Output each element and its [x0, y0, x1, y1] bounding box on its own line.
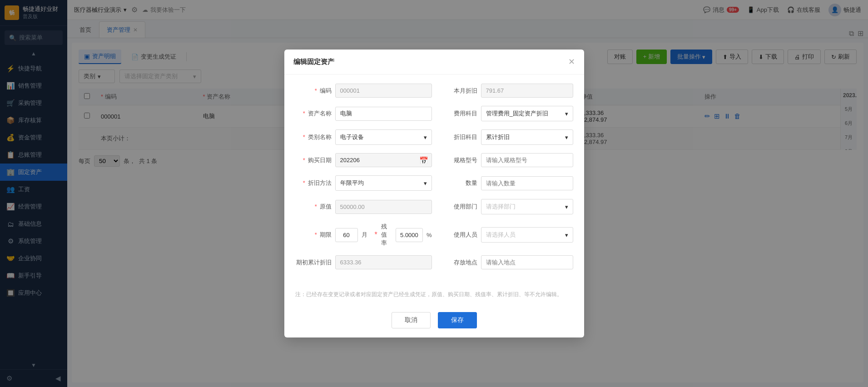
- spec-label: 规格型号: [436, 156, 477, 164]
- dep-subject-select[interactable]: 累计折旧 ▾: [481, 129, 573, 145]
- form-row-purchase-date: * 购买日期 📅 规格型号: [295, 153, 573, 167]
- form-row-code: * 编码 本月折旧: [295, 84, 573, 98]
- chevron-down-icon: ▾: [424, 180, 427, 187]
- expense-subject-select[interactable]: 管理费用_固定资产折旧 ▾: [481, 106, 573, 121]
- code-input[interactable]: [335, 84, 432, 98]
- dialog-body: * 编码 本月折旧 * 资产名称: [284, 74, 584, 287]
- chevron-down-icon: ▾: [424, 134, 427, 141]
- purchase-date-input[interactable]: [335, 153, 432, 167]
- original-value-label: 原值: [320, 203, 332, 210]
- form-row-dep-method: * 折旧方法 年限平均 ▾ 数量: [295, 175, 573, 191]
- edit-asset-dialog: 编辑固定资产 ✕ * 编码 本月折旧: [284, 50, 584, 337]
- initial-accumulated-label: 期初累计折旧: [296, 259, 332, 266]
- dialog-close-button[interactable]: ✕: [568, 57, 575, 67]
- category-select[interactable]: 电子设备 ▾: [335, 129, 432, 145]
- chevron-down-icon: ▾: [565, 134, 568, 141]
- quantity-label: 数量: [436, 179, 477, 187]
- chevron-down-icon: ▾: [565, 203, 568, 210]
- form-row-name: * 资产名称 费用科目 管理费用_固定资产折旧 ▾: [295, 106, 573, 121]
- original-value-input[interactable]: [335, 200, 432, 214]
- expense-subject-label: 费用科目: [436, 109, 477, 118]
- period-input[interactable]: [335, 228, 358, 242]
- dep-method-label: 折旧方法: [308, 179, 332, 186]
- monthly-dep-label: 本月折旧: [436, 87, 477, 95]
- cancel-button[interactable]: 取消: [392, 312, 431, 328]
- location-label: 存放地点: [436, 258, 477, 267]
- dialog-title: 编辑固定资产: [293, 58, 334, 66]
- chevron-down-icon: ▾: [565, 110, 568, 117]
- form-row-category: * 类别名称 电子设备 ▾ 折旧科目 累计折旧 ▾: [295, 129, 573, 145]
- dialog-overlay: 编辑固定资产 ✕ * 编码 本月折旧: [0, 0, 868, 387]
- residual-rate-label: 残值率: [381, 223, 392, 247]
- chevron-down-icon: ▾: [565, 232, 568, 238]
- dialog-footer: 取消 保存: [284, 307, 584, 337]
- calendar-icon[interactable]: 📅: [419, 156, 428, 164]
- department-label: 使用部门: [436, 203, 477, 211]
- user-select[interactable]: 请选择人员 ▾: [481, 227, 573, 243]
- residual-rate-unit: %: [427, 232, 432, 238]
- save-button[interactable]: 保存: [438, 312, 477, 328]
- initial-accumulated-input[interactable]: [335, 255, 432, 269]
- monthly-dep-input[interactable]: [481, 84, 573, 98]
- form-row-original-value: * 原值 使用部门 请选择部门 ▾: [295, 199, 573, 214]
- dialog-note-text: 注：已经存在变更记录或者对应固定资产已经生成凭证，原值、购买日期、残值率、累计折…: [295, 291, 562, 298]
- dep-method-select[interactable]: 年限平均 ▾: [335, 175, 432, 191]
- period-label: 期限: [320, 231, 332, 238]
- code-label: 编码: [320, 87, 332, 94]
- spec-input[interactable]: [481, 153, 573, 167]
- dep-subject-label: 折旧科目: [436, 133, 477, 141]
- purchase-date-label: 购买日期: [308, 157, 332, 164]
- quantity-input[interactable]: [481, 176, 573, 190]
- user-label: 使用人员: [436, 231, 477, 239]
- dialog-header: 编辑固定资产 ✕: [284, 50, 584, 74]
- residual-rate-input[interactable]: [396, 228, 423, 242]
- category-label: 类别名称: [308, 134, 332, 140]
- name-input[interactable]: [335, 107, 432, 121]
- name-label: 资产名称: [308, 110, 332, 117]
- department-select[interactable]: 请选择部门 ▾: [481, 199, 573, 214]
- location-input[interactable]: [481, 255, 573, 269]
- period-unit: 月: [362, 231, 367, 239]
- dialog-note: 注：已经存在变更记录或者对应固定资产已经生成凭证，原值、购买日期、残值率、累计折…: [284, 287, 584, 306]
- form-row-period: * 期限 月 * 残值率 % 使用人员 请选择人员 ▾: [295, 223, 573, 247]
- form-row-initial-accumulated: 期初累计折旧 存放地点: [295, 255, 573, 269]
